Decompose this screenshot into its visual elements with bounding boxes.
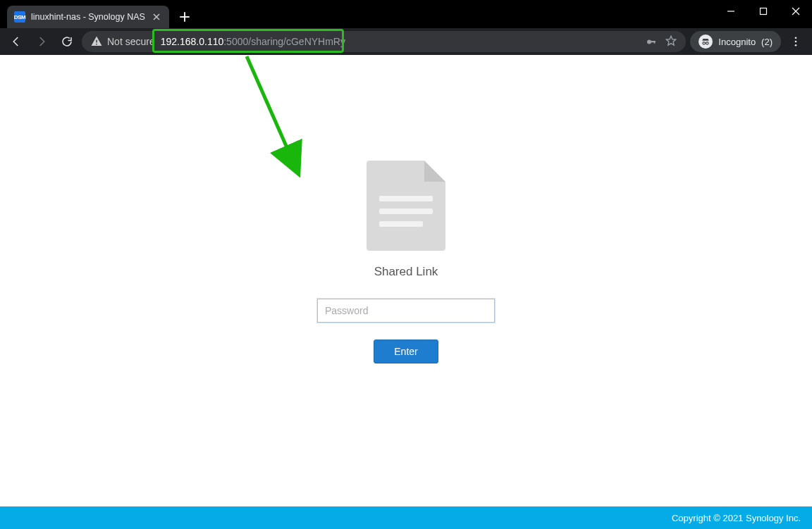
page-title: Shared Link <box>374 265 438 279</box>
svg-line-20 <box>247 56 299 175</box>
incognito-label: Incognito <box>718 37 756 47</box>
favicon-icon: DSM <box>14 11 25 23</box>
window-close-button[interactable] <box>780 0 812 23</box>
svg-rect-8 <box>96 40 97 43</box>
address-bar[interactable]: Not secure 192.168.0.110:5000/sharing/cG… <box>82 31 686 52</box>
nav-reload-button[interactable] <box>56 31 78 52</box>
window-maximize-button[interactable] <box>747 0 780 23</box>
svg-point-14 <box>703 42 706 45</box>
security-label: Not secure <box>107 36 155 47</box>
document-icon <box>367 161 445 251</box>
nav-back-button[interactable] <box>6 31 27 52</box>
enter-button[interactable]: Enter <box>374 340 438 363</box>
window-minimize-button[interactable] <box>715 0 747 23</box>
incognito-indicator[interactable]: Incognito (2) <box>690 31 781 52</box>
page-footer: Copyright © 2021 Synology Inc. <box>0 506 812 529</box>
browser-tabstrip: DSM linuxhint-nas - Synology NAS <box>0 0 812 28</box>
browser-menu-button[interactable] <box>785 31 806 52</box>
tab-title: linuxhint-nas - Synology NAS <box>31 12 145 22</box>
new-tab-button[interactable] <box>175 7 195 27</box>
page-viewport: Shared Link Enter Copyright © 2021 Synol… <box>0 55 812 529</box>
svg-point-15 <box>706 42 709 45</box>
nav-forward-button[interactable] <box>31 31 52 52</box>
svg-point-18 <box>795 41 797 43</box>
shared-link-panel: Shared Link Enter <box>0 161 812 363</box>
svg-point-17 <box>795 37 797 39</box>
svg-rect-12 <box>654 41 656 44</box>
svg-marker-13 <box>667 36 677 45</box>
url-text: 192.168.0.110:5000/sharing/cGeNYHmRy <box>161 36 345 47</box>
incognito-icon <box>699 35 713 49</box>
password-input[interactable] <box>317 299 495 323</box>
password-key-icon[interactable] <box>645 35 658 49</box>
svg-rect-1 <box>761 8 767 15</box>
browser-tab[interactable]: DSM linuxhint-nas - Synology NAS <box>7 6 169 28</box>
window-controls <box>715 0 812 23</box>
tab-close-button[interactable] <box>151 11 162 23</box>
bookmark-star-icon[interactable] <box>665 35 677 49</box>
not-secure-indicator[interactable]: Not secure <box>90 35 155 48</box>
incognito-count: (2) <box>761 37 773 47</box>
svg-point-19 <box>795 44 797 46</box>
svg-rect-9 <box>96 44 97 45</box>
browser-toolbar: Not secure 192.168.0.110:5000/sharing/cG… <box>0 28 812 55</box>
copyright-text: Copyright © 2021 Synology Inc. <box>672 513 801 523</box>
